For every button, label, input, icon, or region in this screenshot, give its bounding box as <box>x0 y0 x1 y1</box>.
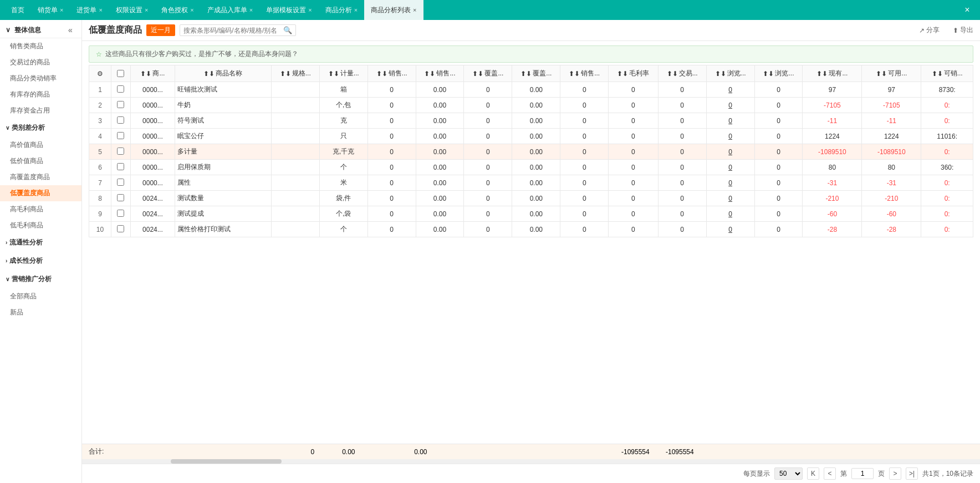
col-sales3[interactable]: ⬆⬇ 销售... <box>560 65 609 82</box>
nav-goods-analysis-list[interactable]: 商品分析列表 × <box>364 0 423 20</box>
nav-close-sales[interactable]: × <box>60 7 63 13</box>
row-checkbox-cell[interactable] <box>111 82 131 98</box>
sidebar-section-category[interactable]: ∨ 类别差分析 <box>0 119 81 137</box>
row-checkbox[interactable] <box>117 225 124 232</box>
nav-close-list[interactable]: × <box>413 7 416 13</box>
nav-close-permission[interactable]: × <box>145 7 148 13</box>
search-box[interactable]: 🔍 <box>180 24 296 36</box>
row-browse1[interactable]: 0 <box>706 113 754 129</box>
nav-close-template[interactable]: × <box>308 7 312 13</box>
col-spec[interactable]: ⬆⬇ 规格... <box>271 65 319 82</box>
sidebar-item-inventory-capital[interactable]: 库存资金占用 <box>0 103 81 119</box>
scrollbar-thumb[interactable] <box>171 459 282 464</box>
sidebar-item-high-coverage[interactable]: 高覆盖度商品 <box>0 169 81 185</box>
sidebar-section-circulation[interactable]: › 流通性分析 <box>0 233 81 252</box>
sidebar-section-growth[interactable]: › 成长性分析 <box>0 252 81 270</box>
nav-close-goods-analysis[interactable]: × <box>354 7 358 13</box>
prev-page-button[interactable]: < <box>824 467 836 480</box>
col-coverage1[interactable]: ⬆⬇ 覆盖... <box>464 65 512 82</box>
row-checkbox[interactable] <box>117 179 124 186</box>
col-sales-amount[interactable]: ⬆⬇ 销售... <box>416 65 464 82</box>
row-browse1[interactable]: 0 <box>706 160 754 175</box>
nav-template-settings[interactable]: 单据模板设置 × <box>259 0 318 20</box>
sidebar-item-high-margin[interactable]: 高毛利商品 <box>0 201 81 217</box>
sidebar-item-stocked-goods[interactable]: 有库存的商品 <box>0 87 81 103</box>
row-browse1[interactable]: 0 <box>706 191 754 206</box>
sidebar-item-low-margin[interactable]: 低毛利商品 <box>0 217 81 233</box>
nav-role-auth[interactable]: 角色授权 × <box>155 0 200 20</box>
row-available: 1224 <box>862 129 921 144</box>
sidebar-section-marketing[interactable]: ∨ 营销推广分析 <box>0 270 81 288</box>
sidebar-item-high-value[interactable]: 高价值商品 <box>0 137 81 153</box>
col-settings[interactable]: ⚙ <box>89 65 111 82</box>
row-checkbox[interactable] <box>117 132 124 139</box>
nav-goods-analysis[interactable]: 商品分析 × <box>319 0 364 20</box>
row-browse1[interactable]: 0 <box>706 129 754 144</box>
row-checkbox-cell[interactable] <box>111 206 131 222</box>
window-close-button[interactable]: × <box>959 2 976 18</box>
sidebar-item-category-sales-rate[interactable]: 商品分类动销率 <box>0 70 81 87</box>
nav-permission-settings[interactable]: 权限设置 × <box>109 0 155 20</box>
sidebar-item-traded-goods[interactable]: 交易过的商品 <box>0 54 81 70</box>
col-sellable[interactable]: ⬆⬇ 可销... <box>921 65 973 82</box>
row-checkbox[interactable] <box>117 101 124 108</box>
row-checkbox[interactable] <box>117 85 124 93</box>
row-browse1[interactable]: 0 <box>706 222 754 237</box>
row-checkbox-cell[interactable] <box>111 175 131 191</box>
horizontal-scrollbar[interactable] <box>82 459 980 464</box>
row-checkbox-cell[interactable] <box>111 191 131 206</box>
nav-close-purchase[interactable]: × <box>99 7 102 13</box>
search-input[interactable] <box>183 27 283 34</box>
per-page-select[interactable]: 50 20 100 <box>774 467 803 480</box>
nav-home[interactable]: 首页 <box>4 0 31 20</box>
search-icon[interactable]: 🔍 <box>283 26 292 34</box>
sidebar-collapse-btn[interactable]: « <box>65 24 76 35</box>
nav-product-inbound[interactable]: 产成品入库单 × <box>201 0 259 20</box>
row-browse1[interactable]: 0 <box>706 98 754 113</box>
row-checkbox[interactable] <box>117 194 124 201</box>
row-checkbox-cell[interactable] <box>111 160 131 175</box>
col-coverage2[interactable]: ⬆⬇ 覆盖... <box>512 65 560 82</box>
row-checkbox-cell[interactable] <box>111 129 131 144</box>
sidebar-item-new-goods[interactable]: 新品 <box>0 304 81 321</box>
sidebar-item-low-value[interactable]: 低价值商品 <box>0 153 81 169</box>
last-page-button[interactable]: >| <box>906 467 918 480</box>
export-button[interactable]: ⬆ 导出 <box>953 26 973 35</box>
row-checkbox-cell[interactable] <box>111 113 131 129</box>
next-page-button[interactable]: > <box>889 467 901 480</box>
first-page-button[interactable]: K <box>807 467 819 480</box>
col-current-stock[interactable]: ⬆⬇ 现有... <box>803 65 862 82</box>
nav-sales-order[interactable]: 销货单 × <box>31 0 70 20</box>
nav-close-role[interactable]: × <box>190 7 193 13</box>
col-name[interactable]: ⬆⬇ 商品名称 <box>175 65 272 82</box>
sidebar-item-sales-goods[interactable]: 销售类商品 <box>0 38 81 54</box>
row-browse1[interactable]: 0 <box>706 82 754 98</box>
col-sales-qty[interactable]: ⬆⬇ 销售... <box>368 65 416 82</box>
col-browse2[interactable]: ⬆⬇ 浏览... <box>754 65 803 82</box>
row-browse1[interactable]: 0 <box>706 175 754 191</box>
col-unit[interactable]: ⬆⬇ 计量... <box>319 65 368 82</box>
row-checkbox[interactable] <box>117 163 124 170</box>
col-available[interactable]: ⬆⬇ 可用... <box>862 65 921 82</box>
nav-purchase-order[interactable]: 进货单 × <box>70 0 109 20</box>
page-number-input[interactable] <box>851 468 874 479</box>
row-checkbox-cell[interactable] <box>111 144 131 160</box>
row-checkbox-cell[interactable] <box>111 222 131 237</box>
row-browse1[interactable]: 0 <box>706 144 754 160</box>
row-checkbox[interactable] <box>117 148 124 155</box>
date-filter-button[interactable]: 近一月 <box>146 24 175 36</box>
col-code[interactable]: ⬆⬇ 商... <box>130 65 175 82</box>
row-checkbox[interactable] <box>117 116 124 124</box>
col-checkbox[interactable] <box>111 65 131 82</box>
row-checkbox-cell[interactable] <box>111 98 131 113</box>
sidebar-item-all-goods[interactable]: 全部商品 <box>0 288 81 304</box>
sidebar-item-low-coverage[interactable]: 低覆盖度商品 <box>0 185 81 201</box>
row-browse1[interactable]: 0 <box>706 206 754 222</box>
col-browse1[interactable]: ⬆⬇ 浏览... <box>706 65 754 82</box>
row-checkbox[interactable] <box>117 210 124 217</box>
col-transaction[interactable]: ⬆⬇ 交易... <box>658 65 706 82</box>
select-all-checkbox[interactable] <box>117 70 124 77</box>
share-button[interactable]: ↗ 分享 <box>919 26 940 35</box>
col-gross-margin[interactable]: ⬆⬇ 毛利率 <box>609 65 659 82</box>
nav-close-product[interactable]: × <box>249 7 253 13</box>
